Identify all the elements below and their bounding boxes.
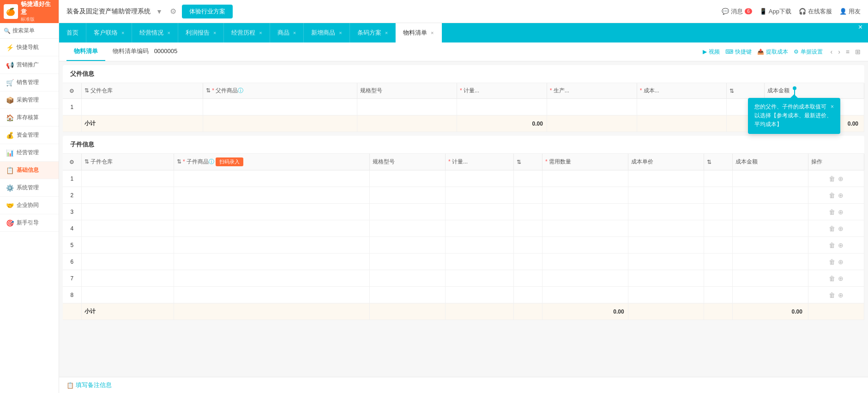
nav-expand[interactable]: ⊞ [855,48,861,55]
sidebar-item-cooperation[interactable]: 🤝 企业协同 [0,197,59,214]
app-download-button[interactable]: 📱 App下载 [760,7,791,16]
child-row-6-unit[interactable] [446,254,514,270]
child-row-7-goods[interactable] [174,270,369,287]
action-extract-cost[interactable]: 📤 提取成本 [757,48,788,56]
parent-row-1-production[interactable] [547,99,637,115]
child-row-4-copy-icon[interactable]: ⊕ [838,225,844,232]
child-row-8-spec[interactable] [369,287,445,303]
child-row-7-spec[interactable] [369,270,445,287]
tab-home[interactable]: 首页 [59,23,86,42]
tab-goods-close[interactable]: × [293,30,296,36]
sidebar-item-inventory[interactable]: 🏠 库存核算 [0,109,59,127]
child-row-2-needed[interactable] [542,187,628,204]
close-all-tabs[interactable]: × [853,23,868,42]
child-row-7-copy-icon[interactable]: ⊕ [838,275,844,282]
child-row-7-unit[interactable] [446,270,514,287]
child-row-1-unit[interactable] [446,170,514,187]
nav-menu[interactable]: ≡ [846,48,850,55]
child-row-2-copy-icon[interactable]: ⊕ [838,192,844,199]
tab-bom[interactable]: 物料清单 × [396,23,441,42]
sidebar-item-finance[interactable]: 💰 资金管理 [0,127,59,144]
scan-button[interactable]: 扫码录入 [216,157,243,166]
child-row-3-unit-cost[interactable] [628,204,704,220]
user-button[interactable]: 👤 用友 [839,7,861,16]
sub-tab-bom-list[interactable]: 物料清单 [66,42,105,61]
tab-new-goods-close[interactable]: × [339,30,342,36]
child-row-8-unit-cost[interactable] [628,287,704,303]
child-row-8-warehouse[interactable] [81,287,174,303]
tab-profit[interactable]: 利润报告 × [178,23,224,42]
sidebar-item-sales[interactable]: 🛒 销售管理 [0,74,59,91]
action-single-setting[interactable]: ⚙ 单据设置 [794,48,823,56]
child-row-5-warehouse[interactable] [81,237,174,254]
child-goods-info-icon[interactable]: ⓘ [209,158,214,165]
child-row-7-warehouse[interactable] [81,270,174,287]
child-row-2-spec[interactable] [369,187,445,204]
sidebar-item-operation[interactable]: 📊 经营管理 [0,144,59,162]
child-row-5-unit-cost[interactable] [628,237,704,254]
trial-button[interactable]: 体验行业方案 [182,5,233,18]
child-row-2-goods[interactable] [174,187,369,204]
child-row-6-goods[interactable] [174,254,369,270]
child-row-2-warehouse[interactable] [81,187,174,204]
child-row-4-needed[interactable] [542,220,628,237]
nav-prev[interactable]: ‹ [830,48,832,55]
child-row-8-copy-icon[interactable]: ⊕ [838,291,844,299]
sidebar-search[interactable]: 🔍 搜索菜单 [0,23,59,39]
child-row-3-spec[interactable] [369,204,445,220]
tab-customer[interactable]: 客户联络 × [86,23,132,42]
child-row-1-unit-cost[interactable] [628,170,704,187]
child-row-7-unit-cost[interactable] [628,270,704,287]
tab-new-goods[interactable]: 新增商品 × [304,23,350,42]
service-button[interactable]: 🎧 在线客服 [799,7,832,16]
tab-bom-close[interactable]: × [431,30,434,36]
child-row-3-warehouse[interactable] [81,204,174,220]
child-row-8-goods[interactable] [174,287,369,303]
child-row-8-needed[interactable] [542,287,628,303]
tab-business-close[interactable]: × [167,30,170,36]
child-row-1-warehouse[interactable] [81,170,174,187]
tab-profit-close[interactable]: × [213,30,216,36]
child-row-7-needed[interactable] [542,270,628,287]
nav-next[interactable]: › [838,48,840,55]
tab-customer-close[interactable]: × [121,30,124,36]
tab-history[interactable]: 经营历程 × [224,23,270,42]
child-row-5-unit[interactable] [446,237,514,254]
child-row-5-needed[interactable] [542,237,628,254]
child-row-3-needed[interactable] [542,204,628,220]
child-row-4-delete-icon[interactable]: 🗑 [829,225,835,232]
child-row-3-delete-icon[interactable]: 🗑 [829,208,835,216]
child-row-1-delete-icon[interactable]: 🗑 [829,175,835,182]
child-row-4-goods[interactable] [174,220,369,237]
add-note-button[interactable]: 📋 填写备注信息 [66,381,112,389]
child-row-3-copy-icon[interactable]: ⊕ [838,208,844,216]
parent-row-1-goods[interactable] [203,99,357,115]
child-row-2-delete-icon[interactable]: 🗑 [829,192,835,199]
child-row-8-unit[interactable] [446,287,514,303]
sidebar-item-quick-nav[interactable]: ⚡ 快捷导航 [0,39,59,56]
sidebar-item-marketing[interactable]: 📢 营销推广 [0,56,59,74]
child-row-5-copy-icon[interactable]: ⊕ [838,242,844,249]
child-row-2-unit-cost[interactable] [628,187,704,204]
child-row-4-spec[interactable] [369,220,445,237]
topbar-gear-icon[interactable]: ⚙ [170,7,176,16]
child-row-8-delete-icon[interactable]: 🗑 [829,291,835,299]
tab-barcode[interactable]: 条码方案 × [350,23,396,42]
tab-history-close[interactable]: × [259,30,262,36]
child-row-5-goods[interactable] [174,237,369,254]
child-row-6-needed[interactable] [542,254,628,270]
child-row-3-unit[interactable] [446,204,514,220]
child-row-4-warehouse[interactable] [81,220,174,237]
child-row-2-unit[interactable] [446,187,514,204]
child-col-gear[interactable]: ⚙ [63,154,81,170]
tab-goods[interactable]: 商品 × [270,23,304,42]
parent-row-1-spec[interactable] [357,99,457,115]
child-row-6-delete-icon[interactable]: 🗑 [829,258,835,266]
parent-row-1-warehouse[interactable] [81,99,203,115]
sidebar-item-guide[interactable]: 🎯 新手引导 [0,214,59,232]
child-row-5-spec[interactable] [369,237,445,254]
message-button[interactable]: 💬 消息 6 [722,7,752,16]
child-row-5-delete-icon[interactable]: 🗑 [829,242,835,249]
child-row-6-warehouse[interactable] [81,254,174,270]
child-row-4-unit-cost[interactable] [628,220,704,237]
